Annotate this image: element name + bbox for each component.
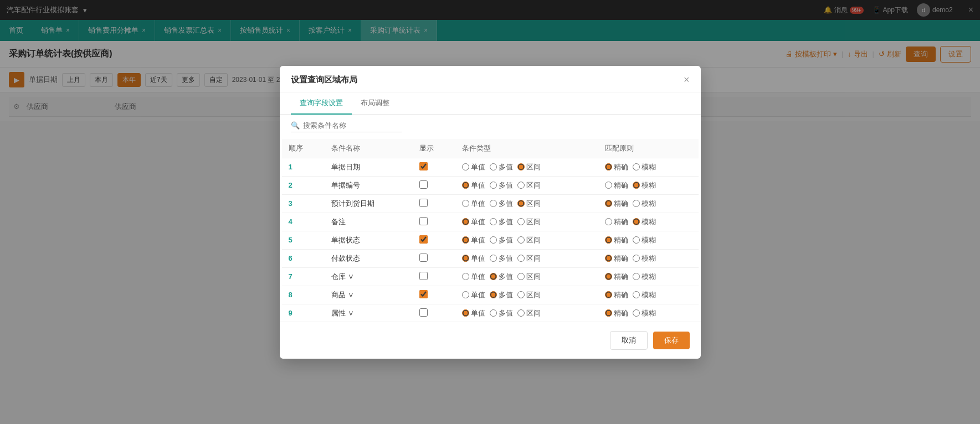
tab-query-field-settings[interactable]: 查询字段设置 bbox=[291, 92, 352, 115]
dialog-close-button[interactable]: × bbox=[684, 75, 690, 85]
tab-layout-label: 布局调整 bbox=[361, 99, 389, 107]
search-input[interactable] bbox=[303, 121, 392, 122]
dialog-header: 设置查询区域布局 × bbox=[280, 66, 701, 92]
dialog-title: 设置查询区域布局 bbox=[291, 75, 357, 85]
settings-dialog: 设置查询区域布局 × 查询字段设置 布局调整 🔍 顺序 bbox=[280, 66, 701, 122]
tab-layout-adjustment[interactable]: 布局调整 bbox=[352, 92, 398, 115]
dialog-tabs: 查询字段设置 布局调整 bbox=[280, 92, 701, 115]
dialog-search-area: 🔍 bbox=[280, 115, 701, 122]
dialog-overlay: 设置查询区域布局 × 查询字段设置 布局调整 🔍 顺序 bbox=[0, 0, 980, 121]
search-icon: 🔍 bbox=[291, 121, 300, 122]
search-box: 🔍 bbox=[291, 121, 402, 122]
tab-query-field-label: 查询字段设置 bbox=[300, 99, 343, 107]
